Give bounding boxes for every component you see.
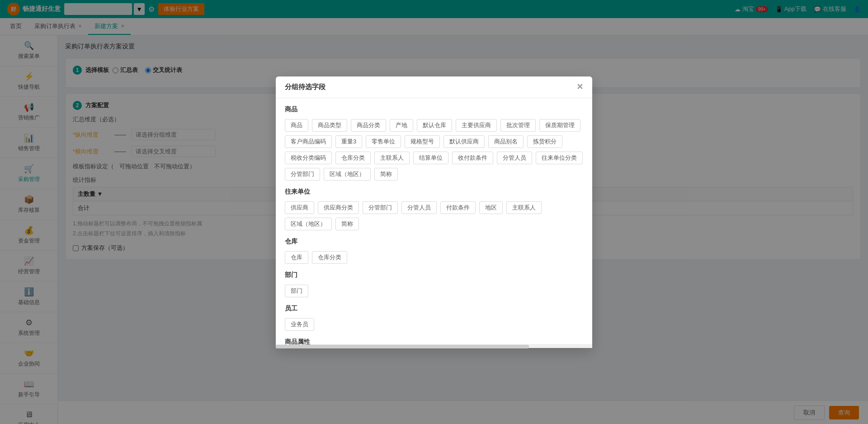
field-tag-1-4[interactable]: 付款条件 xyxy=(440,201,476,214)
field-tag-3-0[interactable]: 部门 xyxy=(285,285,308,297)
modal: 分组待选字段 ✕ 商品商品商品类型商品分类产地默认仓库主要供应商批次管理保质期管… xyxy=(276,76,592,348)
field-tag-1-1[interactable]: 供应商分类 xyxy=(318,201,359,214)
modal-section-fields-4: 业务员 xyxy=(285,318,583,331)
field-tag-0-1[interactable]: 商品类型 xyxy=(312,119,347,132)
field-tag-0-4[interactable]: 默认仓库 xyxy=(417,119,452,132)
modal-section-title-0: 商品 xyxy=(285,105,583,114)
field-tag-0-2[interactable]: 商品分类 xyxy=(351,119,386,132)
field-tag-0-8[interactable]: 客户商品编码 xyxy=(285,135,332,148)
modal-section-title-1: 往来单位 xyxy=(285,188,583,196)
field-tag-2-0[interactable]: 仓库 xyxy=(285,251,308,264)
modal-close-btn[interactable]: ✕ xyxy=(576,83,583,91)
field-tag-0-19[interactable]: 收付款条件 xyxy=(452,152,493,164)
field-tag-0-11[interactable]: 规格型号 xyxy=(405,135,440,148)
modal-title: 分组待选字段 xyxy=(285,83,326,91)
field-tag-0-21[interactable]: 往来单位分类 xyxy=(536,152,583,164)
field-tag-1-3[interactable]: 分管人员 xyxy=(401,201,437,214)
field-tag-1-5[interactable]: 地区 xyxy=(479,201,503,214)
field-tag-0-23[interactable]: 区域（地区） xyxy=(324,168,371,181)
field-tag-0-5[interactable]: 主要供应商 xyxy=(456,119,497,132)
modal-section-title-2: 仓库 xyxy=(285,238,583,246)
field-tag-0-15[interactable]: 税收分类编码 xyxy=(285,152,332,164)
modal-section-title-3: 部门 xyxy=(285,271,583,279)
field-tag-0-24[interactable]: 简称 xyxy=(374,168,398,181)
field-tag-4-0[interactable]: 业务员 xyxy=(285,318,314,331)
field-tag-1-2[interactable]: 分管部门 xyxy=(363,201,398,214)
modal-overlay: 分组待选字段 ✕ 商品商品商品类型商品分类产地默认仓库主要供应商批次管理保质期管… xyxy=(0,0,868,424)
field-tag-0-17[interactable]: 主联系人 xyxy=(374,152,410,164)
modal-header: 分组待选字段 ✕ xyxy=(276,76,592,98)
field-tag-0-0[interactable]: 商品 xyxy=(285,119,308,132)
modal-section-fields-0: 商品商品类型商品分类产地默认仓库主要供应商批次管理保质期管理客户商品编码重量3零… xyxy=(285,119,583,181)
field-tag-0-14[interactable]: 拣货积分 xyxy=(527,135,562,148)
modal-section-fields-1: 供应商供应商分类分管部门分管人员付款条件地区主联系人区域（地区）简称 xyxy=(285,201,583,230)
modal-body: 商品商品商品类型商品分类产地默认仓库主要供应商批次管理保质期管理客户商品编码重量… xyxy=(276,98,592,344)
modal-section-fields-3: 部门 xyxy=(285,285,583,297)
field-tag-0-12[interactable]: 默认供应商 xyxy=(443,135,485,148)
field-tag-0-3[interactable]: 产地 xyxy=(390,119,413,132)
field-tag-0-13[interactable]: 商品别名 xyxy=(488,135,524,148)
modal-section-fields-2: 仓库仓库分类 xyxy=(285,251,583,264)
field-tag-1-7[interactable]: 区域（地区） xyxy=(285,218,332,230)
field-tag-0-7[interactable]: 保质期管理 xyxy=(539,119,580,132)
field-tag-0-9[interactable]: 重量3 xyxy=(335,135,362,148)
modal-section-title-4: 员工 xyxy=(285,305,583,313)
field-tag-0-16[interactable]: 仓库分类 xyxy=(335,152,371,164)
field-tag-2-1[interactable]: 仓库分类 xyxy=(312,251,347,264)
field-tag-0-20[interactable]: 分管人员 xyxy=(497,152,532,164)
modal-section-title-5: 商品属性 xyxy=(285,338,583,344)
modal-hscroll-thumb xyxy=(276,345,529,348)
field-tag-0-6[interactable]: 批次管理 xyxy=(500,119,536,132)
field-tag-0-22[interactable]: 分管部门 xyxy=(285,168,320,181)
modal-horizontal-scrollbar[interactable] xyxy=(276,344,592,348)
field-tag-1-0[interactable]: 供应商 xyxy=(285,201,314,214)
field-tag-1-8[interactable]: 简称 xyxy=(335,218,359,230)
field-tag-0-18[interactable]: 结算单位 xyxy=(413,152,448,164)
field-tag-0-10[interactable]: 零售单位 xyxy=(366,135,401,148)
field-tag-1-6[interactable]: 主联系人 xyxy=(506,201,542,214)
